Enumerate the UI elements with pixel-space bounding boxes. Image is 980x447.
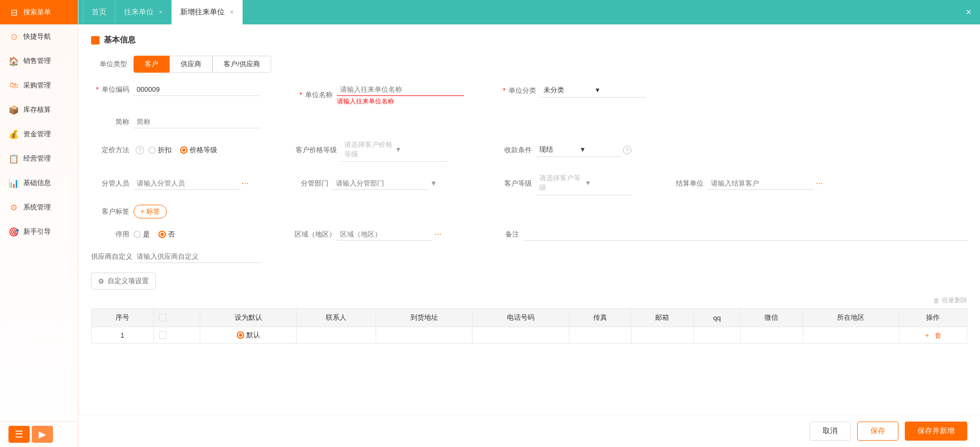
operation-icon: 📋 [8, 153, 19, 164]
row-delete-btn[interactable]: 🗑 [934, 331, 941, 339]
alias-input[interactable] [133, 116, 261, 128]
settlement-unit-input[interactable] [708, 177, 814, 190]
form-row-tags: 客户标签 + 标签 [91, 205, 967, 218]
save-button[interactable]: 保存 [857, 422, 898, 441]
field-settlement-unit: 结算单位 ··· [670, 177, 850, 190]
row-contact [297, 327, 376, 344]
sidebar-item-quicknav[interactable]: ⊙ 快捷导航 [0, 24, 78, 49]
remark-input[interactable] [523, 228, 967, 241]
manager-input[interactable] [133, 177, 239, 190]
manager-label: 分管人员 [91, 179, 133, 188]
tab-partners-close[interactable]: × [159, 8, 163, 16]
unit-code-input[interactable] [133, 83, 261, 96]
remark-label: 备注 [498, 230, 523, 239]
row-phone [473, 327, 569, 344]
col-contact: 联系人 [297, 309, 376, 327]
tab-partners[interactable]: 往来单位 × [115, 0, 172, 24]
select-all-checkbox[interactable] [159, 314, 166, 321]
custom-settings-icon: ⚙ [98, 277, 104, 285]
search-icon: ⊟ [8, 7, 19, 17]
batch-delete-label[interactable]: 批量删除 [942, 296, 967, 305]
pricing-grade-label: 价格等级 [190, 145, 217, 155]
settlement-unit-dots[interactable]: ··· [816, 179, 823, 188]
sidebar-bottom: ☰ ▶ [0, 421, 78, 447]
unit-btn-customer[interactable]: 客户 [133, 56, 170, 73]
col-email: 邮箱 [631, 309, 693, 327]
region-label: 区域（地区） [295, 230, 337, 239]
col-fax: 传真 [569, 309, 631, 327]
row-default-circle [237, 331, 244, 339]
cancel-button[interactable]: 取消 [809, 422, 851, 441]
row-add-btn[interactable]: + [925, 331, 929, 339]
payment-terms-help-icon[interactable]: ? [623, 146, 631, 154]
table-row: 1 默认 [92, 327, 967, 344]
form-row-pricing: 定价方法 ? 折扣 价格等级 客户价格等级 请选择客户价格等级 [91, 138, 967, 162]
unit-btn-supplier[interactable]: 供应商 [170, 56, 212, 73]
alias-label: 简称 [91, 117, 133, 127]
disable-radio-yes[interactable]: 是 [133, 230, 150, 239]
dept-label: 分管部门 [295, 179, 333, 188]
tag-label: 客户标签 [91, 207, 133, 216]
pricing-help-icon[interactable]: ? [136, 146, 144, 154]
tab-home[interactable]: 首页 [83, 0, 115, 24]
row-default-radio[interactable]: 默认 [206, 330, 291, 340]
disable-yes-circle [133, 231, 141, 238]
supplier-custom-input[interactable] [133, 250, 261, 263]
payment-terms-select[interactable]: 现结 ▼ [536, 143, 621, 157]
sidebar-item-sales[interactable]: 🏠 销售管理 [0, 49, 78, 73]
unit-category-select[interactable]: 未分类 ▼ [540, 83, 646, 98]
sidebar-item-basic[interactable]: 📊 基础信息 [0, 171, 78, 195]
form-row-manager: 分管人员 ··· 分管部门 ▼ 客户等级 请选择客户等级 ▼ 结算单位 ··· [91, 171, 967, 195]
sidebar-item-guide[interactable]: 🎯 新手引导 [0, 220, 78, 244]
save-new-button[interactable]: 保存并新增 [905, 422, 967, 441]
pricing-radio-grade[interactable]: 价格等级 [180, 145, 217, 155]
customer-price-select[interactable]: 请选择客户价格等级 ▼ [341, 138, 447, 162]
customer-grade-select[interactable]: 请选择客户等级 ▼ [536, 171, 631, 195]
field-remark: 备注 [498, 228, 967, 241]
region-input[interactable] [337, 228, 432, 241]
sidebar-bottom-btn2[interactable]: ▶ [32, 426, 53, 443]
dept-input[interactable] [333, 177, 428, 190]
sidebar-bottom-btn1[interactable]: ☰ [8, 426, 30, 443]
tab-bar-close-all[interactable]: × [961, 7, 976, 18]
pricing-label: 定价方法 [91, 145, 133, 155]
sidebar-item-operation[interactable]: 📋 经营管理 [0, 146, 78, 171]
unit-name-label: * 单位名称 [295, 90, 337, 100]
unit-type-row: 单位类型 客户 供应商 客户/供应商 [91, 56, 967, 73]
sidebar-item-inventory[interactable]: 📦 库存核算 [0, 98, 78, 122]
region-dots[interactable]: ··· [434, 230, 441, 239]
custom-settings-button[interactable]: ⚙ 自定义项设置 [91, 273, 156, 290]
field-dept: 分管部门 ▼ [295, 177, 485, 190]
col-qq: qq [693, 309, 741, 327]
payment-terms-label: 收款条件 [498, 145, 536, 155]
tag-add-button[interactable]: + 标签 [133, 205, 167, 218]
col-region: 所在地区 [803, 309, 899, 327]
row-checkbox[interactable] [159, 331, 166, 339]
unit-name-input[interactable] [337, 83, 464, 96]
customer-grade-label: 客户等级 [498, 179, 536, 188]
row-default-label: 默认 [246, 330, 260, 340]
section-title-icon [91, 36, 100, 45]
disable-radio-no[interactable]: 否 [158, 230, 175, 239]
sidebar-item-finance[interactable]: 💰 资金管理 [0, 122, 78, 146]
sidebar-item-system[interactable]: ⚙ 系统管理 [0, 195, 78, 220]
form-row-disable: 停用 是 否 区域（地区） ··· 备注 [91, 228, 967, 241]
tab-new-partner[interactable]: 新增往来单位 × [172, 0, 243, 24]
col-action: 操作 [899, 309, 967, 327]
sidebar-sales-label: 销售管理 [23, 56, 51, 66]
inventory-icon: 📦 [8, 104, 19, 115]
tag-add-label: + 标签 [140, 207, 160, 216]
pricing-radio-discount[interactable]: 折扣 [148, 145, 172, 155]
sidebar-quicknav-label: 快捷导航 [23, 32, 51, 41]
sidebar-item-search[interactable]: ⊟ 搜索菜单 [0, 0, 78, 24]
sidebar-item-purchase[interactable]: 🛍 采购管理 [0, 73, 78, 98]
main-area: 首页 往来单位 × 新增往来单位 × × 基本信息 单位类型 客户 供应商 客户… [78, 0, 980, 447]
manager-dots[interactable]: ··· [242, 179, 248, 188]
unit-btn-both[interactable]: 客户/供应商 [212, 56, 271, 73]
sales-icon: 🏠 [8, 56, 19, 66]
col-default: 设为默认 [200, 309, 296, 327]
tab-new-partner-close[interactable]: × [230, 8, 234, 16]
sidebar-basic-label: 基础信息 [23, 178, 51, 188]
custom-settings-row: ⚙ 自定义项设置 [91, 273, 967, 290]
row-index: 1 [92, 327, 154, 344]
